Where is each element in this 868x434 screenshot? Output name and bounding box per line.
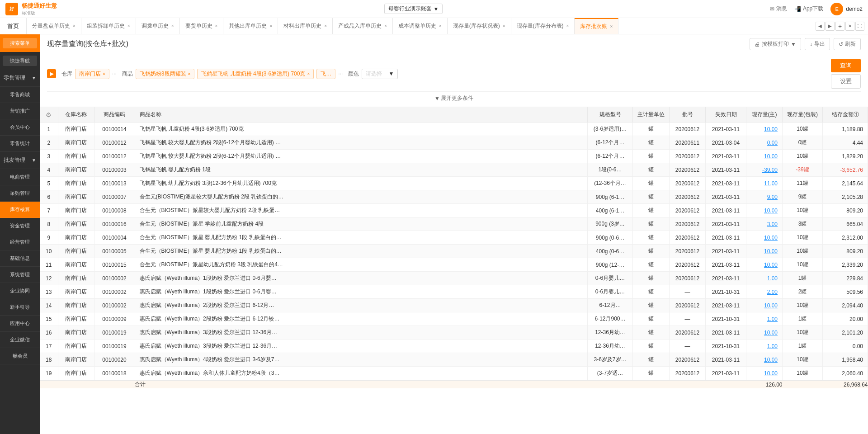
- company-selector[interactable]: 母婴行业演示账套 ▼: [384, 4, 443, 14]
- sidebar-item-retail-mgmt[interactable]: 零售管理 ▼: [0, 70, 40, 87]
- close-tab-icon[interactable]: ×: [215, 24, 218, 28]
- cell-qty-main[interactable]: 10.00: [746, 326, 783, 340]
- tab-fenliang[interactable]: 分量盘点单历史 ×: [27, 18, 81, 34]
- sidebar-item-wecom[interactable]: 企业微信: [0, 332, 40, 348]
- export-btn[interactable]: ↓ 导出: [805, 38, 830, 50]
- tab-xiancun-fenbu[interactable]: 现存量(库存分布表) ×: [511, 18, 575, 34]
- tab-home[interactable]: 首页: [0, 18, 27, 34]
- footer-balance: 26,968.64: [823, 380, 868, 388]
- tab-add-btn[interactable]: +: [835, 22, 844, 31]
- print-btn[interactable]: 🖨 按模板打印 ▼: [750, 38, 801, 50]
- tab-maximize-btn[interactable]: ⛶: [855, 22, 864, 31]
- tab-next-btn[interactable]: ▶: [826, 22, 835, 31]
- cell-qty-main[interactable]: -39.00: [746, 163, 783, 177]
- cell-qty-main[interactable]: 10.00: [746, 231, 783, 245]
- cell-qty-main[interactable]: 10.00: [746, 204, 783, 217]
- close-tab-icon[interactable]: ×: [127, 24, 130, 28]
- tab-close-all-btn[interactable]: ✕: [845, 22, 854, 31]
- cell-qty-main[interactable]: 1.00: [746, 272, 783, 285]
- color-dropdown[interactable]: 请选择 ▼: [362, 69, 398, 79]
- cell-qty-main[interactable]: 10.00: [746, 299, 783, 312]
- tab-chanpin-ruku[interactable]: 产成品入库单历史 ×: [333, 18, 393, 34]
- cell-code: 00100015: [94, 258, 135, 272]
- close-tab-icon[interactable]: ×: [73, 24, 75, 28]
- product-label: 商品: [122, 70, 133, 78]
- sidebar-item-finance[interactable]: 资金管理: [0, 218, 40, 234]
- product-tag1[interactable]: 飞鹤奶粉3段两罐装 ×: [136, 69, 195, 79]
- tab-kucun-pici[interactable]: 库存批次账 ×: [575, 18, 618, 34]
- user-profile-btn[interactable]: E demo2: [830, 3, 863, 15]
- sidebar-item-member2[interactable]: 畅会员: [0, 348, 40, 364]
- cell-qty-main[interactable]: 10.00: [746, 258, 783, 272]
- product-more[interactable]: ···: [338, 71, 343, 77]
- table-row: 5 南岸门店 00100013 飞鹤星飞帆 幼儿配方奶粉 3段(12-36个月幼…: [40, 177, 868, 190]
- cell-spec: 900g (6-1…: [588, 190, 633, 204]
- cell-qty-main[interactable]: 11.00: [746, 177, 783, 190]
- tab-yaohuo[interactable]: 要货单历史 ×: [180, 18, 224, 34]
- close-tab-icon[interactable]: ×: [324, 24, 327, 28]
- sidebar-item-system[interactable]: 系统管理: [0, 267, 40, 283]
- warehouse-more[interactable]: ···: [112, 71, 117, 77]
- refresh-btn[interactable]: ↺ 刷新: [834, 38, 861, 50]
- messages-btn[interactable]: ✉ 消息: [770, 5, 787, 13]
- cell-spec: 1段(0-6…: [588, 163, 633, 177]
- sidebar-item-basic-info[interactable]: 基础信息: [0, 250, 40, 267]
- sidebar-item-retail-mall[interactable]: 零售商城: [0, 87, 40, 103]
- tab-xiancun-zhuangkuang[interactable]: 现存量(库存状况表) ×: [448, 18, 511, 34]
- cell-qty-main[interactable]: 3.00: [746, 217, 783, 231]
- sidebar-item-collab[interactable]: 企业协同: [0, 283, 40, 299]
- sidebar-item-ecommerce[interactable]: 电商管理: [0, 169, 40, 185]
- cell-qty-pkg: 10罐: [783, 353, 823, 367]
- close-tab-icon[interactable]: ×: [171, 24, 174, 28]
- sidebar-item-member[interactable]: 会员中心: [0, 119, 40, 136]
- product-tag2[interactable]: 飞鹤星飞帆 儿童奶粉 4段(3-6岁适用) 700克 ×: [197, 69, 314, 79]
- sidebar-item-retail-stats[interactable]: 零售统计: [0, 136, 40, 152]
- warehouse-tag[interactable]: 南岸门店 ×: [75, 69, 109, 79]
- close-tab-icon[interactable]: ×: [503, 24, 505, 28]
- cell-qty-main[interactable]: 10.00: [746, 245, 783, 258]
- sidebar-item-wholesale[interactable]: 批发管理 ▼: [0, 152, 40, 169]
- sidebar-item-purchase[interactable]: 采购管理: [0, 185, 40, 202]
- remove-warehouse-tag-icon[interactable]: ×: [103, 71, 105, 76]
- filter-expand-trigger[interactable]: ▶: [47, 69, 56, 78]
- filter-expand-btn[interactable]: ▼ 展开更多条件: [47, 91, 861, 102]
- cell-qty-main[interactable]: 9.00: [746, 190, 783, 204]
- top-header: 好 畅捷通好生意 标准版 母婴行业演示账套 ▼ ✉ 消息 📲 App下载 E d…: [0, 0, 868, 18]
- tab-prev-btn[interactable]: ◀: [816, 22, 825, 31]
- tab-cailiao-chuku[interactable]: 材料出库单历史 ×: [278, 18, 333, 34]
- sidebar-item-app-center[interactable]: 应用中心: [0, 316, 40, 332]
- cell-qty-main[interactable]: 1.00: [746, 312, 783, 326]
- cell-qty-main[interactable]: 0.00: [746, 136, 783, 150]
- cell-qty-main[interactable]: 1.00: [746, 340, 783, 353]
- sidebar-search-btn[interactable]: 搜索菜单: [0, 34, 40, 52]
- query-btn[interactable]: 查询: [831, 59, 861, 72]
- cell-qty-main[interactable]: 10.00: [746, 123, 783, 136]
- close-tab-icon[interactable]: ×: [439, 24, 442, 28]
- sidebar-item-marketing[interactable]: 营销推广: [0, 103, 40, 119]
- cell-qty-main[interactable]: 10.00: [746, 367, 783, 381]
- close-tab-icon[interactable]: ×: [384, 24, 387, 28]
- remove-product-tag2-icon[interactable]: ×: [307, 71, 310, 76]
- sidebar-item-operations[interactable]: 经营管理: [0, 234, 40, 250]
- cell-qty-main[interactable]: 10.00: [746, 353, 783, 367]
- cell-qty-main[interactable]: 2.00: [746, 285, 783, 299]
- sidebar-item-newbie[interactable]: 新手引导: [0, 299, 40, 316]
- cell-index: 10: [40, 245, 58, 258]
- product-tag-more[interactable]: 飞…: [316, 69, 335, 79]
- tab-chengben[interactable]: 成本调整单历史 ×: [393, 18, 448, 34]
- sidebar-quick-nav-btn[interactable]: 快捷导航: [0, 52, 40, 70]
- tab-zuzhang[interactable]: 组装拆卸单历史 ×: [81, 18, 136, 34]
- tab-diaopo[interactable]: 调拨单历史 ×: [136, 18, 180, 34]
- close-tab-icon[interactable]: ×: [269, 24, 272, 28]
- sidebar-item-inventory[interactable]: 库存核算: [0, 202, 40, 218]
- table-footer: 合计 126.00 26,968.64: [40, 380, 868, 388]
- settings-icon[interactable]: ⚙: [46, 111, 52, 118]
- close-tab-icon[interactable]: ×: [610, 24, 613, 29]
- remove-product-tag1-icon[interactable]: ×: [188, 71, 191, 76]
- cell-balance: 229.84: [823, 272, 868, 285]
- tab-qita-chuku[interactable]: 其他出库单历史 ×: [223, 18, 278, 34]
- setting-btn[interactable]: 设置: [831, 74, 861, 89]
- cell-qty-main[interactable]: 10.00: [746, 150, 783, 163]
- app-download-btn[interactable]: 📲 App下载: [794, 5, 823, 13]
- close-tab-icon[interactable]: ×: [566, 24, 569, 28]
